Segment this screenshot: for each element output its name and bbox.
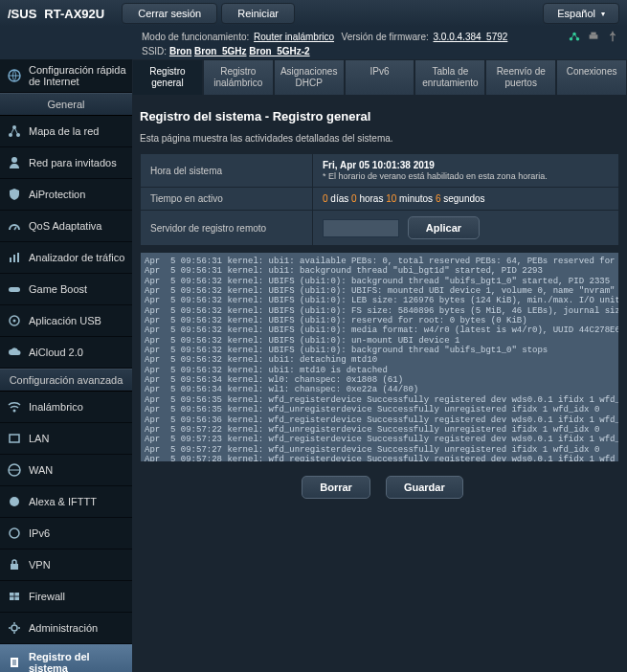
- wan-icon: [6, 461, 23, 479]
- svg-point-16: [13, 410, 16, 413]
- sidebar-item-label: Registro del sistema: [29, 651, 126, 672]
- gear-icon: [6, 619, 23, 637]
- svg-point-23: [11, 625, 17, 631]
- sidebar-header-advanced: Configuración avanzada: [0, 369, 132, 392]
- value-uptime: 0 días 0 horas 10 minutos 6 segundos: [313, 188, 619, 211]
- sidebar-item-ipv6[interactable]: IPv6: [0, 518, 132, 549]
- sidebar-item-label: Mapa de la red: [29, 125, 99, 137]
- cloud-icon: [6, 344, 23, 361]
- shield-icon: [6, 186, 23, 203]
- sidebar-item-lan[interactable]: LAN: [0, 423, 132, 455]
- tab-dhcp-leases[interactable]: Asignaciones DHCP: [274, 59, 345, 96]
- guest-icon: [6, 154, 23, 171]
- log-icon: [6, 654, 23, 671]
- tab-connections[interactable]: Conexiones: [556, 59, 627, 96]
- log-textarea[interactable]: Apr 5 09:56:31 kernel: ubi1: available P…: [140, 252, 619, 462]
- sidebar-item-firewall[interactable]: Firewall: [0, 581, 132, 613]
- sidebar-item-traffic[interactable]: Analizador de tráfico: [0, 242, 132, 274]
- tab-routing[interactable]: Tabla de enrutamiento: [414, 59, 485, 96]
- model-name: RT-AX92U: [44, 7, 104, 21]
- opmode-link[interactable]: Router inalámbrico: [254, 32, 334, 42]
- sidebar-item-quicksetup[interactable]: Configuración rápida de Internet: [0, 59, 132, 93]
- info-row-1: Modo de funcionamiento: Router inalámbri…: [0, 27, 627, 46]
- sidebar-item-aicloud[interactable]: AiCloud 2.0: [0, 337, 132, 369]
- sidebar-item-gameboost[interactable]: Game Boost: [0, 274, 132, 305]
- chart-icon: [6, 249, 23, 266]
- brand-logo: /SUS: [8, 7, 36, 21]
- tab-portforward[interactable]: Reenvío de puertos: [485, 59, 556, 96]
- ssid-2: Bron_5GHz: [194, 46, 246, 56]
- sidebar-item-systemlog[interactable]: Registro del sistema: [0, 644, 132, 672]
- dst-note: * El horario de verano está habilitado e…: [323, 171, 548, 181]
- firmware-link[interactable]: 3.0.0.4.384_5792: [434, 32, 508, 42]
- sidebar-item-label: Administración: [29, 622, 98, 634]
- info-table: Hora del sistema Fri, Apr 05 10:01:38 20…: [140, 153, 619, 246]
- sidebar-item-usbapp[interactable]: Aplicación USB: [0, 305, 132, 337]
- label-system-time: Hora del sistema: [141, 154, 313, 188]
- lan-icon: [6, 430, 23, 447]
- sidebar-item-networkmap[interactable]: Mapa de la red: [0, 116, 132, 147]
- save-button[interactable]: Guardar: [386, 476, 463, 499]
- svg-point-15: [13, 320, 16, 323]
- svg-rect-17: [10, 435, 19, 442]
- value-system-time: Fri, Apr 05 10:01:38 2019: [323, 160, 435, 170]
- sidebar-header-general: General: [0, 93, 132, 116]
- sidebar-item-label: Configuración rápida de Internet: [29, 64, 126, 87]
- sidebar-item-label: IPv6: [29, 527, 50, 539]
- ipv6-icon: [6, 525, 23, 542]
- sidebar-item-qos[interactable]: QoS Adaptativa: [0, 211, 132, 242]
- svg-point-9: [11, 157, 17, 163]
- tab-ipv6[interactable]: IPv6: [345, 59, 415, 96]
- sidebar-item-label: Inalámbrico: [29, 401, 83, 413]
- language-dropdown[interactable]: Español: [543, 3, 619, 24]
- sidebar-item-wireless[interactable]: Inalámbrico: [0, 392, 132, 423]
- svg-rect-11: [13, 255, 15, 262]
- sidebar-item-wan[interactable]: WAN: [0, 455, 132, 486]
- svg-rect-13: [9, 287, 20, 292]
- globe-icon: [6, 67, 23, 84]
- logout-button[interactable]: Cerrar sesión: [122, 3, 217, 24]
- svg-rect-12: [17, 253, 19, 262]
- tab-wireless-log[interactable]: Registro inalámbrico: [203, 59, 274, 96]
- vpn-icon: [6, 556, 23, 573]
- sidebar-item-label: LAN: [29, 433, 49, 444]
- label-uptime: Tiempo en activo: [141, 188, 313, 211]
- wifi-icon: [6, 398, 23, 415]
- printer-icon[interactable]: [587, 30, 600, 43]
- sidebar-item-label: VPN: [29, 559, 51, 571]
- usb-icon[interactable]: [606, 30, 619, 43]
- clear-button[interactable]: Borrar: [302, 476, 370, 499]
- sidebar-item-label: QoS Adaptativa: [29, 220, 101, 232]
- reboot-button[interactable]: Reiniciar: [221, 3, 295, 24]
- svg-rect-4: [591, 33, 595, 35]
- sidebar-item-alexa[interactable]: Alexa & IFTTT: [0, 486, 132, 518]
- sidebar-item-admin[interactable]: Administración: [0, 613, 132, 644]
- sidebar-item-label: Red para invitados: [29, 157, 117, 168]
- sidebar-item-label: Firewall: [29, 591, 65, 602]
- sidebar: Configuración rápida de Internet General…: [0, 59, 132, 672]
- sidebar-item-label: AiProtection: [29, 189, 85, 200]
- usb-icon: [6, 312, 23, 329]
- row-uptime: Tiempo en activo 0 días 0 horas 10 minut…: [141, 188, 619, 211]
- topbar: /SUS RT-AX92U Cerrar sesión Reiniciar Es…: [0, 0, 627, 27]
- aimesh-icon[interactable]: [568, 30, 581, 43]
- sidebar-item-label: Alexa & IFTTT: [29, 496, 97, 507]
- sidebar-item-label: Game Boost: [29, 283, 87, 295]
- row-remote-log: Servidor de registro remoto Aplicar: [141, 211, 619, 246]
- page-title: Registro del sistema - Registro general: [140, 109, 619, 123]
- svg-rect-3: [590, 34, 598, 38]
- svg-rect-21: [11, 564, 18, 570]
- apply-button[interactable]: Aplicar: [408, 216, 480, 239]
- svg-rect-10: [10, 258, 11, 262]
- alexa-icon: [6, 493, 23, 510]
- gamepad-icon: [6, 280, 23, 298]
- sidebar-item-vpn[interactable]: VPN: [0, 549, 132, 581]
- sidebar-item-guest[interactable]: Red para invitados: [0, 147, 132, 179]
- sidebar-item-label: AiCloud 2.0: [29, 347, 83, 358]
- remote-log-input[interactable]: [323, 219, 399, 237]
- tabs: Registro general Registro inalámbrico As…: [132, 59, 627, 96]
- sidebar-item-aiprotection[interactable]: AiProtection: [0, 179, 132, 211]
- label-remote-log: Servidor de registro remoto: [141, 211, 313, 246]
- tab-general-log[interactable]: Registro general: [132, 59, 203, 96]
- map-icon: [6, 123, 23, 140]
